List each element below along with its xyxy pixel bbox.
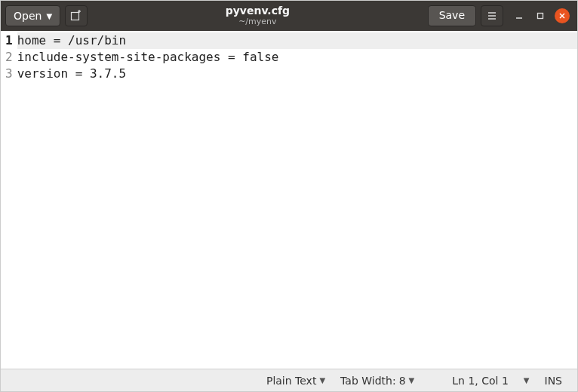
gedit-window: Open ▼ pyvenv.cfg ~/myenv Save xyxy=(0,0,578,392)
text-content[interactable]: home = /usr/bin include-system-site-pack… xyxy=(16,31,577,369)
chevron-down-icon: ▼ xyxy=(524,376,530,384)
svg-rect-7 xyxy=(538,14,543,19)
open-button[interactable]: Open ▼ xyxy=(5,5,60,26)
window-controls xyxy=(512,8,570,23)
editor-line: include-system-site-packages = false xyxy=(17,49,577,66)
save-button[interactable]: Save xyxy=(428,5,476,26)
line-number: 2 xyxy=(5,49,13,66)
cursor-position: Ln 1, Col 1 xyxy=(444,375,516,387)
close-icon xyxy=(558,12,566,20)
editor-line: version = 3.7.5 xyxy=(17,66,577,82)
new-document-button[interactable] xyxy=(65,5,88,26)
open-label: Open xyxy=(14,10,42,22)
tab-width-value: 8 xyxy=(399,375,406,387)
file-path: ~/myenv xyxy=(238,17,276,26)
titlebar: Open ▼ pyvenv.cfg ~/myenv Save xyxy=(1,1,577,31)
chevron-down-icon: ▼ xyxy=(319,376,325,384)
minimize-button[interactable] xyxy=(512,9,526,23)
chevron-down-icon: ▼ xyxy=(409,376,415,384)
position-label: Ln 1, Col 1 xyxy=(452,375,509,387)
hamburger-menu-button[interactable] xyxy=(481,5,503,26)
title-area: pyvenv.cfg ~/myenv xyxy=(88,5,428,26)
statusbar: Plain Text ▼ Tab Width: 8 ▼ Ln 1, Col 1 … xyxy=(1,369,577,391)
chevron-down-icon: ▼ xyxy=(46,12,52,20)
file-name: pyvenv.cfg xyxy=(226,5,290,17)
syntax-label: Plain Text xyxy=(266,375,316,387)
editor-area[interactable]: 1 2 3 home = /usr/bin include-system-sit… xyxy=(1,31,577,369)
insert-mode-label: INS xyxy=(545,375,563,387)
line-number-gutter: 1 2 3 xyxy=(1,31,16,369)
hamburger-icon xyxy=(487,11,497,21)
tab-width-label: Tab Width: xyxy=(340,375,396,387)
line-number: 1 xyxy=(5,32,13,49)
syntax-selector[interactable]: Plain Text ▼ xyxy=(259,375,333,387)
close-button[interactable] xyxy=(555,8,570,23)
insert-mode[interactable]: INS xyxy=(537,375,570,387)
new-tab-icon xyxy=(70,10,82,22)
maximize-icon xyxy=(536,12,544,20)
line-number: 3 xyxy=(5,66,13,82)
minimize-icon xyxy=(515,12,523,20)
svg-rect-0 xyxy=(72,13,79,20)
tab-width-selector[interactable]: Tab Width: 8 ▼ xyxy=(333,375,422,387)
save-label: Save xyxy=(439,9,465,21)
statusbar-menu[interactable]: ▼ xyxy=(516,376,537,384)
maximize-button[interactable] xyxy=(533,9,547,23)
editor-line: home = /usr/bin xyxy=(17,32,577,49)
